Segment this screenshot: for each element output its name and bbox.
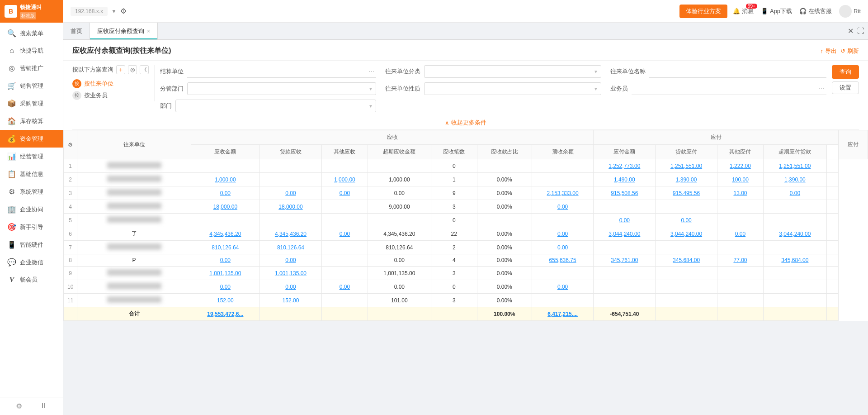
- marketing-icon: ◎: [7, 64, 16, 72]
- table-row: 100.000.000.000.0000.00%0.00: [64, 280, 868, 294]
- tab-home[interactable]: 首页: [63, 23, 90, 39]
- sidebar-item-wechat[interactable]: 💬 企业微信: [0, 253, 63, 271]
- department-select[interactable]: ▼: [175, 100, 376, 112]
- salesperson-dots-icon: ···: [819, 85, 825, 93]
- user-area[interactable]: Rit: [839, 5, 861, 18]
- filter-collapse: ∧ 收起更多条件: [72, 116, 859, 130]
- page-header: 应收应付余额查询(按往来单位) ↑ 导出 ↺ 刷新: [63, 40, 868, 61]
- logo-icon: B: [5, 5, 17, 18]
- user-name: Rit: [854, 8, 861, 14]
- refresh-button[interactable]: ↺ 刷新: [840, 47, 859, 55]
- export-icon: ↑: [821, 48, 824, 54]
- service-btn[interactable]: 🎧 在线客服: [799, 7, 832, 15]
- export-button[interactable]: ↑ 导出: [821, 47, 837, 55]
- sidebar-item-finance[interactable]: 💰 资金管理: [0, 130, 63, 148]
- table-row: 21,000.001,000.001,000.0010.00%1,490.001…: [64, 173, 868, 186]
- th-other-receivable: 其他应收: [321, 145, 368, 159]
- sidebar-item-operations[interactable]: 📊 经营管理: [0, 148, 63, 165]
- settings-button[interactable]: 设置: [832, 81, 859, 94]
- sidebar-item-sales[interactable]: 🛒 销售管理: [0, 77, 63, 95]
- sidebar-item-quick[interactable]: ⌂ 快捷导航: [0, 42, 63, 59]
- guide-icon: 🎯: [7, 223, 16, 231]
- filter-settlement-unit: 结算单位 ···: [160, 65, 376, 78]
- sidebar-item-inventory[interactable]: 🏠 库存核算: [0, 112, 63, 130]
- topbar: 192.168.x.x ▼ ⚙ 体验行业方案 🔔 消息 99+ 📱 App下载 …: [63, 0, 868, 23]
- sidebar-item-system[interactable]: ⚙ 系统管理: [0, 183, 63, 200]
- tabbar: 首页 应收应付余额查询 × ✕ ⛶: [63, 23, 868, 40]
- close-window-icon[interactable]: ✕: [848, 27, 854, 35]
- table-row: 8P0.000.000.0040.00%655,636.75345,761.00…: [64, 254, 868, 267]
- table-body: 101,252,773.001,251,551.001,222.001,251,…: [64, 159, 868, 307]
- th-overdue-receivable: 超期应收金额: [368, 145, 431, 159]
- salesperson-input[interactable]: ···: [632, 82, 826, 95]
- collapse-btn[interactable]: ⏸: [40, 402, 47, 410]
- footer-loan-payable: [656, 307, 717, 321]
- expand-icon: ∧: [445, 119, 449, 126]
- th-receivable-count: 应收笔数: [431, 145, 477, 159]
- edit-filter-btn[interactable]: ◎: [128, 65, 137, 74]
- settlement-unit-input[interactable]: ···: [187, 65, 376, 78]
- th-settings[interactable]: ⚙: [64, 130, 77, 159]
- th-payable-suffix: 应付: [839, 130, 868, 159]
- th-payable-amount: 应付金额: [594, 145, 656, 159]
- topbar-dropdown-icon[interactable]: ▼: [111, 8, 117, 14]
- view-by-partner[interactable]: 按 按往来单位: [72, 78, 149, 90]
- fullscreen-icon[interactable]: ⛶: [857, 27, 864, 35]
- topbar-gear-icon[interactable]: ⚙: [120, 7, 127, 15]
- add-filter-btn[interactable]: +: [116, 65, 125, 74]
- sidebar-item-guide[interactable]: 🎯 新手引导: [0, 218, 63, 236]
- sidebar-item-member[interactable]: V 畅会员: [0, 271, 63, 288]
- page-content: 应收应付余额查询(按往来单位) ↑ 导出 ↺ 刷新 按: [63, 40, 868, 415]
- query-button[interactable]: 查询: [832, 65, 859, 79]
- th-receivable-ratio: 应收款占比: [477, 145, 532, 159]
- filter-fields: 结算单位 ··· 往来单位分类 ▼ 往来单位名称: [160, 65, 826, 116]
- content-wrapper: 应收应付余额查询(按往来单位) ↑ 导出 ↺ 刷新 按: [63, 40, 868, 321]
- sidebar-item-basic[interactable]: 📋 基础信息: [0, 165, 63, 183]
- sidebar-item-hardware[interactable]: 📱 智能硬件: [0, 236, 63, 253]
- th-payable-group: 应付: [594, 130, 839, 145]
- tab-close-icon[interactable]: ×: [147, 28, 150, 34]
- sidebar: B 畅捷通叫 标准版 🔍 搜索菜单 ⌂ 快捷导航 ◎ 营销推广 🛒 销售管理 📦…: [0, 0, 63, 415]
- sidebar-item-marketing[interactable]: ◎ 营销推广: [0, 59, 63, 77]
- settings-bottom-btn[interactable]: ⚙: [16, 402, 22, 410]
- app-download-btn[interactable]: 📱 App下载: [761, 7, 792, 15]
- footer-receivable-amount[interactable]: 19,553,472,6...: [191, 307, 259, 321]
- sidebar-item-search[interactable]: 🔍 搜索菜单: [0, 24, 63, 42]
- unit-name-input[interactable]: [649, 65, 826, 78]
- unit-category-select[interactable]: ▼: [424, 65, 601, 78]
- sidebar-bottom: ⚙ ⏸: [0, 397, 63, 415]
- footer-overdue-receivable: [368, 307, 431, 321]
- query-actions: 查询 设置: [832, 65, 859, 94]
- dept-select[interactable]: ▼: [187, 82, 376, 95]
- footer-other-payable: [717, 307, 763, 321]
- sidebar-nav: 🔍 搜索菜单 ⌂ 快捷导航 ◎ 营销推广 🛒 销售管理 📦 采购管理 🏠 库存核…: [0, 23, 63, 397]
- table-row: 418,000.0018,000.009,000.0030.00%0.00: [64, 200, 868, 214]
- view-selector: 按以下方案查询 + ◎ 《 按 按往来单位 按 按业务员: [72, 65, 155, 101]
- solution-button[interactable]: 体验行业方案: [679, 5, 727, 18]
- tab-active[interactable]: 应收应付余额查询 ×: [90, 23, 158, 39]
- table-container: ⚙ 往来单位 应收 应付 应付 应收金额 贷款应收 其他应收 超期应收金额 应收…: [63, 130, 868, 321]
- operations-icon: 📊: [7, 152, 16, 161]
- sidebar-item-purchase[interactable]: 📦 采购管理: [0, 95, 63, 112]
- refresh-icon: ↺: [840, 48, 845, 54]
- system-icon: ⚙: [7, 187, 16, 196]
- table-row: 500.000.00: [64, 214, 868, 227]
- collapse-filter-btn[interactable]: 《: [140, 65, 149, 74]
- query-label: 按以下方案查询: [72, 66, 113, 74]
- footer-empty1: [64, 307, 77, 321]
- collapse-btn[interactable]: ∧ 收起更多条件: [445, 119, 486, 127]
- footer-label: 合计: [77, 307, 191, 321]
- view-by-salesperson[interactable]: 按 按业务员: [72, 90, 149, 101]
- footer-receivable-count: [431, 307, 477, 321]
- avatar: [839, 5, 852, 18]
- messages-btn[interactable]: 🔔 消息 99+: [733, 7, 754, 15]
- th-partner: 往来单位: [77, 130, 191, 159]
- page-title: 应收应付余额查询(按往来单位): [72, 46, 171, 56]
- footer-advance-balance[interactable]: 6,417,215....: [532, 307, 594, 321]
- basic-icon: 📋: [7, 170, 16, 178]
- sidebar-item-enterprise[interactable]: 🏢 企业协同: [0, 200, 63, 218]
- table-row: 101,252,773.001,251,551.001,222.001,251,…: [64, 159, 868, 173]
- unit-nature-select[interactable]: ▼: [424, 82, 601, 95]
- search-icon: 🔍: [7, 29, 16, 38]
- data-table: ⚙ 往来单位 应收 应付 应付 应收金额 贷款应收 其他应收 超期应收金额 应收…: [63, 130, 868, 321]
